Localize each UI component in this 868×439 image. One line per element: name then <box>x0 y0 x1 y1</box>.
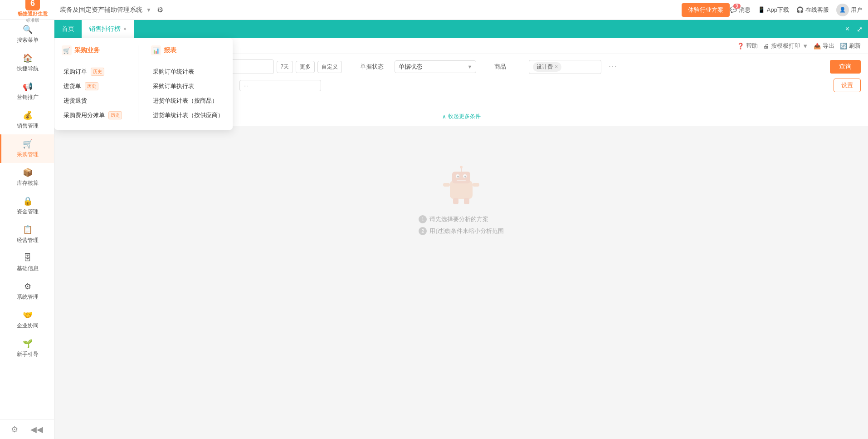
dropdown-item-purchase-order[interactable]: 采购订单 历史 <box>62 64 125 79</box>
empty-tips: 1 请先选择要分析的方案 2 用[过滤]条件来缩小分析范围 <box>419 213 503 237</box>
help-label: 帮助 <box>746 42 758 50</box>
settings-button[interactable]: 设置 <box>834 79 861 92</box>
staff-input[interactable]: ··· <box>239 80 321 91</box>
help-action[interactable]: ❓ 帮助 <box>737 42 758 50</box>
system-dropdown-arrow[interactable]: ▼ <box>146 7 151 13</box>
marketing-icon: 📢 <box>23 82 33 92</box>
purchase-order-hist-badge: 历史 <box>91 68 104 76</box>
trial-button[interactable]: 体验行业方案 <box>682 3 730 17</box>
order-status-select[interactable]: 单据状态 ▼ <box>395 60 476 73</box>
sidebar-label-finance: 资金管理 <box>17 208 39 216</box>
top-header: 6 畅捷通好生意 标准版 装备及固定资产辅助管理系统 ▼ ⚙ 体验行业方案 💬 … <box>0 0 868 20</box>
user-avatar: 👤 <box>836 4 849 16</box>
sidebar-item-basic[interactable]: 🗄 基础信息 <box>0 249 54 277</box>
refresh-action[interactable]: 🔄 刷新 <box>840 42 861 50</box>
sidebar-item-operation[interactable]: 📋 经营管理 <box>0 220 54 249</box>
print-icon: 🖨 <box>763 43 769 49</box>
order-status-label: 单据状态 <box>360 63 387 71</box>
print-dropdown-icon[interactable]: ▼ <box>802 43 808 49</box>
svg-point-8 <box>460 166 463 168</box>
sidebar-item-inventory[interactable]: 📦 库存核算 <box>0 163 54 192</box>
sidebar-collapse-btn[interactable]: ◀◀ <box>30 424 43 434</box>
collapse-button[interactable]: ∧ 收起更多条件 <box>442 113 481 120</box>
sidebar-item-sales[interactable]: 💰 销售管理 <box>0 106 54 134</box>
sidebar-item-purchase[interactable]: 🛒 采购管理 <box>0 134 54 163</box>
dropdown-item-return[interactable]: 进货退货 <box>62 94 125 108</box>
svg-rect-1 <box>452 172 470 183</box>
date-7days-btn[interactable]: 7天 <box>277 61 293 73</box>
purchase-col: 🛒 采购业务 采购订单 历史 进货单 历史 进货退货 采购费用分摊单 历史 <box>62 45 125 123</box>
goods-tag-close-btn[interactable]: × <box>555 64 558 70</box>
sidebar-label-purchase: 采购管理 <box>17 151 39 158</box>
inventory-icon: 📦 <box>23 168 33 178</box>
logo-icon: 6 <box>25 0 40 10</box>
tab-close-icon[interactable]: × <box>123 26 127 32</box>
dropdown-item-order-exec[interactable]: 采购订单执行表 <box>151 79 225 94</box>
dropdown-item-expense[interactable]: 采购费用分摊单 历史 <box>62 108 125 123</box>
report-col-icon: 📊 <box>151 45 161 55</box>
dropdown-item-order-stats[interactable]: 采购订单统计表 <box>151 64 225 79</box>
export-label: 导出 <box>823 42 834 50</box>
collapse-arrow-icon: ∧ <box>442 113 446 120</box>
tab-bar-right: × ⤢ <box>844 23 868 35</box>
cooperation-icon: 🤝 <box>23 310 33 320</box>
user-item[interactable]: 👤 用户 <box>836 4 863 16</box>
goods-dots[interactable]: ··· <box>609 63 617 71</box>
app-download-item[interactable]: 📱 App下载 <box>758 6 789 14</box>
print-label: 按模板打印 <box>771 42 800 50</box>
sidebar-item-quicknav[interactable]: 🏠 快捷导航 <box>0 49 54 77</box>
help-icon: ❓ <box>737 43 744 49</box>
sidebar-item-cooperation[interactable]: 🤝 企业协同 <box>0 306 54 334</box>
sidebar-item-finance[interactable]: 🔒 资金管理 <box>0 192 54 220</box>
system-name-text: 装备及固定资产辅助管理系统 <box>60 6 142 14</box>
svg-rect-6 <box>457 180 466 181</box>
tab-sales-rank-label: 销售排行榜 <box>89 25 121 33</box>
date-more-btn[interactable]: 更多 <box>296 61 315 73</box>
sidebar-label-inventory: 库存核算 <box>17 179 39 187</box>
sidebar-settings-btn[interactable]: ⚙ <box>11 424 18 434</box>
tab-fullscreen-icon[interactable]: ⤢ <box>855 23 864 35</box>
headset-icon: 🎧 <box>796 6 804 13</box>
empty-state: 1 请先选择要分析的方案 2 用[过滤]条件来缩小分析范围 <box>54 126 868 273</box>
export-action[interactable]: 📤 导出 <box>814 42 834 50</box>
sidebar-item-newbie[interactable]: 🌱 新手引导 <box>0 334 54 363</box>
sidebar-label-search: 搜索菜单 <box>17 36 39 44</box>
inbound-stats-supplier-label: 进货单统计表（按供应商） <box>153 111 224 119</box>
export-icon: 📤 <box>814 43 821 49</box>
purchase-order-label: 采购订单 <box>63 68 87 76</box>
report-col: 📊 报表 采购订单统计表 采购订单执行表 进货单统计表（按商品） 进货单统计表（… <box>151 45 225 123</box>
online-service-item[interactable]: 🎧 在线客服 <box>796 6 829 14</box>
toolbar-right: ❓ 帮助 🖨 按模板打印 ▼ 📤 导出 🔄 刷新 <box>737 42 861 50</box>
app-name: 畅捷通好生意 <box>18 10 48 17</box>
sidebar-item-search[interactable]: 🔍 搜索菜单 <box>0 20 54 49</box>
sidebar-item-marketing[interactable]: 📢 营销推广 <box>0 77 54 106</box>
dropdown-item-inbound[interactable]: 进货单 历史 <box>62 79 125 94</box>
dropdown-item-inbound-stats-goods[interactable]: 进货单统计表（按商品） <box>151 94 225 108</box>
tab-close-all-icon[interactable]: × <box>844 23 851 35</box>
svg-point-5 <box>464 176 466 178</box>
tip-num-1: 1 <box>419 215 427 223</box>
print-action[interactable]: 🖨 按模板打印 ▼ <box>763 42 808 50</box>
collapse-label: 收起更多条件 <box>448 113 481 120</box>
order-status-arrow: ▼ <box>467 64 472 69</box>
message-item[interactable]: 💬 9 消息 <box>730 6 751 14</box>
system-settings-icon[interactable]: ⚙ <box>157 5 163 14</box>
dropdown-item-inbound-stats-supplier[interactable]: 进货单统计表（按供应商） <box>151 108 225 123</box>
return-label: 进货退货 <box>63 97 87 105</box>
sidebar-item-system[interactable]: ⚙ 系统管理 <box>0 277 54 306</box>
search-icon: 🔍 <box>23 25 33 35</box>
phone-icon: 📱 <box>758 6 765 13</box>
notification-badge: 💬 9 <box>730 6 737 13</box>
goods-input-area[interactable]: 设计费 × <box>529 60 601 74</box>
sidebar-label-quicknav: 快捷导航 <box>17 65 39 73</box>
refresh-icon: 🔄 <box>840 43 847 49</box>
report-col-title: 📊 报表 <box>151 45 225 59</box>
date-custom-btn[interactable]: 自定义 <box>317 61 342 73</box>
tab-sales-rank[interactable]: 销售排行榜 × <box>82 20 134 38</box>
finance-icon: 🔒 <box>23 196 33 206</box>
sidebar-label-operation: 经营管理 <box>17 237 39 244</box>
query-button[interactable]: 查询 <box>830 60 861 74</box>
inbound-hist-badge: 历史 <box>85 82 98 90</box>
expense-label: 采购费用分摊单 <box>63 111 105 119</box>
sidebar-label-marketing: 营销推广 <box>17 94 39 101</box>
